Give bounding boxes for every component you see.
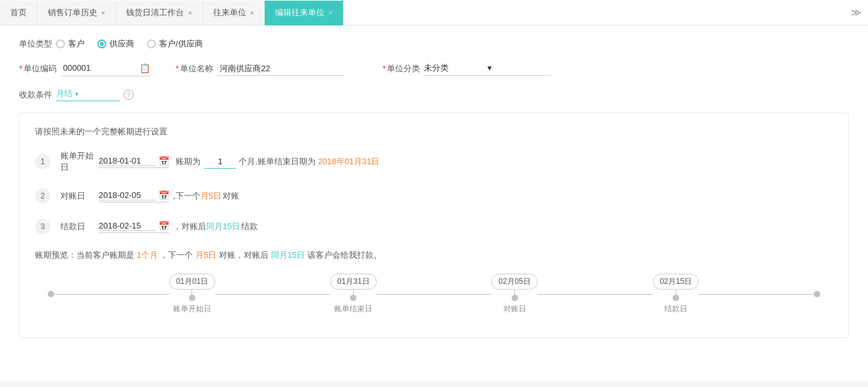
- unit-name-input[interactable]: [217, 62, 344, 76]
- tab-home[interactable]: 首页: [0, 1, 38, 25]
- timeline-badge-4: 02月15日: [653, 274, 699, 290]
- period-months-input[interactable]: [204, 155, 236, 169]
- period-row-2-text2: 对账: [223, 190, 239, 202]
- payment-label: 收款条件: [19, 89, 52, 101]
- period-title: 请按照未来的一个完整帐期进行设置: [35, 126, 833, 137]
- radio-supplier-circle: [97, 39, 106, 48]
- timeline: 01月01日 账单开始日 01月31日 账单结束日 02月05日: [35, 274, 833, 314]
- preview-1month: 1个月: [137, 250, 158, 260]
- tab-cash-work-close[interactable]: ×: [188, 9, 192, 17]
- radio-supplier-label: 供应商: [109, 38, 134, 50]
- period-payment-date-input[interactable]: [99, 221, 156, 231]
- radio-customer-label: 客户: [68, 38, 85, 50]
- preview-text3: 对账，对账后: [219, 250, 269, 260]
- unit-class-label: 单位分类: [382, 63, 420, 74]
- timeline-point-1: 01月01日 账单开始日: [169, 274, 216, 314]
- preview-section: 账期预览：当前客户账期是 1个月 ，下一个 月5日 对账，对账后 同月15日 该…: [35, 239, 833, 325]
- tab-expand-button[interactable]: ≫: [844, 0, 868, 25]
- timeline-dot-2: [350, 295, 356, 301]
- unit-name-label: 单位名称: [176, 63, 213, 74]
- timeline-right-dot: [814, 291, 820, 297]
- timeline-point-4: 02月15日 结款日: [653, 274, 699, 314]
- expand-icon: ≫: [851, 6, 862, 18]
- period-row-1-date-field: 📅: [99, 156, 169, 168]
- period-settings-box: 请按照未来的一个完整帐期进行设置 1 账单开始日 📅 账期为 个月,账单结束日期…: [19, 113, 849, 338]
- radio-both[interactable]: 客户/供应商: [147, 38, 203, 50]
- period-row-1: 1 账单开始日 📅 账期为 个月,账单结束日期为 2018年01月31日: [35, 150, 833, 173]
- tab-home-label: 首页: [10, 7, 27, 18]
- period-reconcile-highlight: 月5日: [200, 190, 221, 202]
- unit-code-icon[interactable]: 📋: [139, 63, 150, 73]
- tab-cash-work[interactable]: 钱货日清工作台 ×: [116, 1, 202, 25]
- period-num-3: 3: [35, 219, 50, 234]
- payment-row: 收款条件 月结 ▾ ?: [19, 88, 849, 101]
- period-reconcile-date-input[interactable]: [99, 190, 156, 201]
- period-row-3-date-field: 📅: [99, 221, 169, 233]
- unit-code-label: 单位编码: [19, 63, 57, 74]
- period-num-1: 1: [35, 154, 50, 169]
- timeline-dot-1: [189, 295, 195, 301]
- tab-sales-order[interactable]: 销售订单历史 ×: [38, 1, 116, 25]
- period-end-date-highlight: 2018年01月31日: [318, 156, 380, 167]
- radio-customer[interactable]: 客户: [56, 38, 85, 50]
- tab-edit-partner-label: 编辑往来单位: [275, 7, 325, 18]
- tab-sales-order-label: 销售订单历史: [48, 7, 97, 18]
- timeline-line-2: [215, 294, 330, 295]
- period-start-date-icon[interactable]: 📅: [158, 156, 169, 166]
- payment-select[interactable]: 月结 ▾: [56, 88, 120, 101]
- unit-class-value: 未分类: [424, 62, 487, 74]
- tab-cash-work-label: 钱货日清工作台: [126, 7, 184, 18]
- period-row-3-content: 📅 ，对账后 同月15日 结款: [99, 221, 833, 233]
- radio-customer-circle: [56, 39, 65, 48]
- period-row-3-label: 结款日: [60, 221, 99, 232]
- timeline-left-dot: [48, 291, 54, 297]
- period-row-2: 2 对账日 📅 ,下一个 月5日 对账: [35, 188, 833, 204]
- unit-info-row: 单位编码 📋 单位名称 单位分类 未分类 ▾: [19, 61, 849, 76]
- payment-value: 月结: [56, 88, 73, 99]
- period-row-1-content: 📅 账期为 个月,账单结束日期为 2018年01月31日: [99, 155, 833, 169]
- timeline-stem-4: [676, 290, 676, 295]
- preview-label: 账期预览：当前客户账期是: [35, 250, 134, 260]
- unit-type-row: 单位类型 客户 供应商 客户/供应商: [19, 38, 849, 50]
- period-start-date-input[interactable]: [99, 156, 156, 166]
- period-row-2-content: 📅 ,下一个 月5日 对账: [99, 190, 833, 202]
- preview-month5: 月5日: [195, 250, 216, 260]
- period-reconcile-date-icon[interactable]: 📅: [158, 190, 169, 201]
- unit-code-input[interactable]: [60, 61, 137, 74]
- period-row-1-text2: 个月,账单结束日期为: [239, 156, 316, 167]
- radio-both-label: 客户/供应商: [159, 38, 203, 50]
- period-num-2: 2: [35, 188, 50, 204]
- tab-sales-order-close[interactable]: ×: [101, 9, 105, 17]
- tab-partner[interactable]: 往来单位 ×: [203, 1, 265, 25]
- period-row-2-date-field: 📅: [99, 190, 169, 202]
- unit-type-radio-group: 客户 供应商 客户/供应商: [56, 38, 203, 50]
- timeline-point-2: 01月31日 账单结束日: [330, 274, 377, 314]
- timeline-stem-2: [353, 290, 354, 295]
- timeline-line-1: [54, 294, 169, 295]
- tab-partner-close[interactable]: ×: [250, 9, 254, 17]
- unit-class-dropdown-icon[interactable]: ▾: [487, 63, 551, 73]
- timeline-line-5: [699, 294, 814, 295]
- unit-class-field[interactable]: 未分类 ▾: [424, 62, 551, 76]
- preview-text4: 该客户会给我打款。: [307, 250, 382, 260]
- period-row-2-text1: ,下一个: [173, 190, 200, 202]
- tab-edit-partner[interactable]: 编辑往来单位 ×: [265, 1, 343, 25]
- radio-supplier[interactable]: 供应商: [97, 38, 134, 50]
- timeline-dot-3: [512, 295, 518, 301]
- period-payment-date-icon[interactable]: 📅: [158, 221, 169, 231]
- period-row-1-text1: 账期为: [176, 156, 200, 167]
- period-row-3: 3 结款日 📅 ，对账后 同月15日 结款: [35, 219, 833, 234]
- timeline-point-3: 02月05日 对账日: [491, 274, 538, 314]
- timeline-badge-3: 02月05日: [491, 274, 538, 290]
- period-row-3-text2: 结款: [241, 221, 258, 232]
- timeline-line-3: [377, 294, 492, 295]
- timeline-badge-2: 01月31日: [330, 274, 377, 290]
- main-content: 单位类型 客户 供应商 客户/供应商 单位编码 📋 单位名称 单位分类: [0, 25, 868, 382]
- timeline-dot-4: [673, 295, 679, 301]
- preview-same15: 同月15日: [271, 250, 305, 260]
- payment-help-icon[interactable]: ?: [123, 90, 134, 100]
- unit-type-label: 单位类型: [19, 38, 52, 50]
- timeline-stem-3: [514, 290, 515, 295]
- payment-dropdown-icon: ▾: [75, 90, 78, 97]
- tab-edit-partner-close[interactable]: ×: [328, 9, 332, 17]
